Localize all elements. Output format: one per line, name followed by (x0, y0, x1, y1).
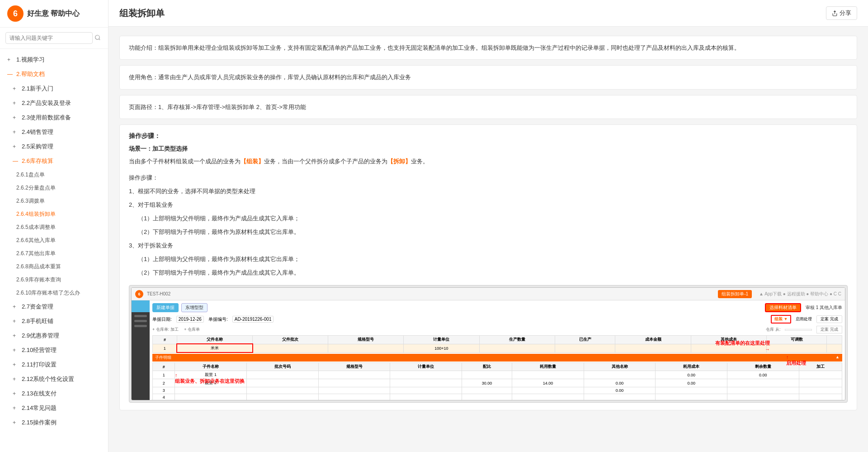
share-button[interactable]: 分享 (826, 6, 857, 20)
sidebar-item-25[interactable]: + 2.5采购管理 (0, 139, 108, 154)
sidebar-item-videos[interactable]: + 1.视频学习 (0, 52, 108, 67)
steps-list: 操作步骤： 1、根据不同的业务，选择不同单据的类型来处理 2、对于组装业务 （1… (129, 172, 848, 279)
search-button[interactable] (93, 34, 103, 42)
expand-icon: + (13, 143, 19, 150)
mock-tab-new[interactable]: 新建单据 (152, 303, 179, 312)
mock-date-label: 单据日期: (152, 316, 172, 323)
sidebar-item-210[interactable]: + 2.10经营管理 (0, 343, 108, 357)
steps-block: 操作步骤： 场景一：加工类型选择 当由多个子件材料组装成一个成品的业务为【组装】… (119, 124, 857, 410)
expand-icon: + (13, 318, 19, 324)
main-area: 组装拆卸单 分享 功能介绍：组装拆卸单用来处理企业组装或拆卸等加工业务，支持有固… (108, 0, 868, 452)
expand-icon: + (13, 333, 19, 339)
table-row: 2 親里 2 30.00 14.00 0.00 (153, 379, 842, 387)
sidebar-item-212[interactable]: + 2.12系统个性化设置 (0, 372, 108, 386)
mock-processing-btn[interactable]: 选择料材清单 (765, 303, 801, 312)
mock-order-label: 单据编号: (208, 316, 228, 323)
sidebar-item-docs[interactable]: — 2.帮助文档 (0, 67, 108, 81)
mock-date-value[interactable]: 2019-12-26 (176, 316, 204, 323)
expand-icon: + (13, 129, 19, 135)
table-row: 1 米米 100+10 (153, 344, 842, 352)
sidebar-item-261[interactable]: 2.6.1盘点单 (0, 168, 108, 181)
sidebar-item-22[interactable]: + 2.2产品安装及登录 (0, 96, 108, 110)
mock-content: 新建单据 东增型型 选择料材清单 审核 1 其他入库单 单据日期: 2019- (132, 300, 845, 400)
mock-main-content: 新建单据 东增型型 选择料材清单 审核 1 其他入库单 单据日期: 2019- (150, 300, 845, 400)
sidebar-item-267[interactable]: 2.6.7其他出库单 (0, 247, 108, 260)
mock-tables-wrapper: # 父件名称 父件批次 规格型号 计量单位 生产数量 已生产 成 (152, 335, 842, 400)
sidebar-item-268[interactable]: 2.6.8商品成本重算 (0, 260, 108, 273)
sidebar-item-265[interactable]: 2.6.5成本调整单 (0, 221, 108, 234)
sidebar-item-213[interactable]: + 2.13在线支付 (0, 386, 108, 401)
mock-testid: TEST-H002 (147, 291, 170, 296)
sidebar-item-29[interactable]: + 2.9优惠券管理 (0, 328, 108, 343)
mock-orange-btn[interactable]: 组装拆卸单-1 (718, 290, 752, 298)
mock-audit-btns: 审核 1 其他入库单 (806, 305, 842, 311)
sidebar-item-23[interactable]: + 2.3使用前数据准备 (0, 110, 108, 125)
mock-logo: 6 (135, 290, 143, 298)
expand-icon: + (7, 57, 14, 63)
expand-icon: + (13, 405, 19, 411)
sidebar-item-264[interactable]: 2.6.4组装拆卸单 (0, 208, 108, 221)
mock-order-value[interactable]: AD-20191226-001 (232, 316, 274, 323)
scenario1-desc: 当由多个子件材料组装成一个成品的业务为【组装】业务，当由一个父件拆分成多个子产品… (129, 156, 848, 167)
sidebar-item-26[interactable]: — 2.6库存核算 (0, 154, 108, 168)
sidebar-item-262[interactable]: 2.6.2分量盘点单 (0, 181, 108, 195)
mock-form-fields: 单据日期: 2019-12-26 单据编号: AD-20191226-001 组… (152, 315, 842, 324)
svg-point-0 (95, 35, 99, 39)
steps-title: 操作步骤： (129, 132, 848, 140)
sidebar-item-27[interactable]: + 2.7资金管理 (0, 300, 108, 314)
expand-icon: + (13, 390, 19, 397)
mock-sidebar (132, 300, 150, 400)
mock-type-selector[interactable]: 组装 ▼ (771, 315, 791, 324)
main-header: 组装拆卸单 分享 (108, 0, 868, 27)
expand-icon: + (13, 86, 19, 92)
expand-icon: — (7, 71, 14, 77)
nav-tree: + 1.视频学习 — 2.帮助文档 + 2.1新手入门 + 2.2产品安装及登录… (0, 49, 108, 452)
sidebar-item-2610[interactable]: 2.6.10库存账本错了怎么办 (0, 286, 108, 300)
path-block: 页面路径：1、库存核算->库存管理->组装拆卸单 2、首页->常用功能 (119, 95, 857, 119)
search-box (0, 28, 108, 49)
mock-tab-list[interactable]: 东增型型 (181, 303, 208, 312)
share-icon (832, 10, 838, 16)
expand-icon: + (13, 376, 19, 382)
content-area: 功能介绍：组装拆卸单用来处理企业组装或拆卸等加工业务，支持有固定装配清单的产品加… (108, 27, 868, 452)
sidebar-item-269[interactable]: 2.6.9库存账本查询 (0, 273, 108, 286)
mock-parent-table: # 父件名称 父件批次 规格型号 计量单位 生产数量 已生产 成 (152, 335, 842, 353)
table-row: 1 親里 1 (153, 371, 842, 379)
sidebar-item-215[interactable]: + 2.15操作案例 (0, 415, 108, 430)
scenario1-title: 场景一：加工类型选择 (129, 145, 848, 153)
mock-tabs: 新建单据 东增型型 选择料材清单 审核 1 其他入库单 (152, 303, 842, 312)
table-row: 30.00 (153, 387, 842, 394)
intro-block: 功能介绍：组装拆卸单用来处理企业组装或拆卸等加工业务，支持有固定装配清单的产品加… (119, 36, 857, 60)
expand-icon: + (13, 100, 19, 106)
svg-line-1 (99, 38, 100, 40)
app-logo: 6 (7, 5, 24, 22)
expand-icon: + (13, 304, 19, 310)
page-title: 组装拆卸单 (119, 7, 165, 19)
mock-child-table: # 子件名称 批次号码 规格型号 计量单位 配比 耗用数量 其他 (152, 362, 842, 400)
screenshot-inner: 6 TEST-H002 组装拆卸单-1 ▲ App下载 ● 远程援助 ● 帮助中… (131, 287, 845, 400)
sidebar-item-21[interactable]: + 2.1新手入门 (0, 81, 108, 96)
mock-confirm-btn[interactable]: 定案 完成 (816, 315, 842, 323)
mock-status-area: 启用处理 (796, 316, 812, 322)
sidebar-item-211[interactable]: + 2.11打印设置 (0, 357, 108, 372)
sidebar-item-28[interactable]: + 2.8手机旺铺 (0, 314, 108, 328)
mock-window: 6 TEST-H002 组装拆卸单-1 ▲ App下载 ● 远程援助 ● 帮助中… (132, 288, 845, 400)
mock-type-separator: 子件明细 ▲ (152, 354, 842, 362)
expand-icon: + (13, 419, 19, 426)
mock-topbar-icons: ▲ App下载 ● 远程援助 ● 帮助中心 ● C C (759, 291, 841, 297)
mock-sub-info: + 仓库单: 加工 + 仓库单 仓库 从: 定案 完成 (152, 326, 842, 333)
screenshot-container: 6 TEST-H002 组装拆卸单-1 ▲ App下载 ● 远程援助 ● 帮助中… (129, 285, 848, 403)
sidebar-item-266[interactable]: 2.6.6其他入库单 (0, 234, 108, 247)
search-input[interactable] (5, 32, 93, 44)
role-block: 使用角色：通常由生产人员或库管人员完成拆装业务的操作，库管人员确认原材料的出库和… (119, 65, 857, 89)
expand-icon: + (13, 347, 19, 353)
table-row: 4 (153, 394, 842, 400)
sidebar-item-214[interactable]: + 2.14常见问题 (0, 401, 108, 415)
sidebar: 6 好生意 帮助中心 + 1.视频学习 — 2.帮助文档 + 2.1新手入门 +… (0, 0, 108, 452)
mock-topbar: 6 TEST-H002 组装拆卸单-1 ▲ App下载 ● 远程援助 ● 帮助中… (132, 288, 845, 300)
sidebar-item-24[interactable]: + 2.4销售管理 (0, 125, 108, 139)
sidebar-item-263[interactable]: 2.6.3调拨单 (0, 195, 108, 208)
sidebar-header: 6 好生意 帮助中心 (0, 0, 108, 28)
expand-icon: — (13, 158, 19, 164)
expand-icon: + (13, 114, 19, 121)
